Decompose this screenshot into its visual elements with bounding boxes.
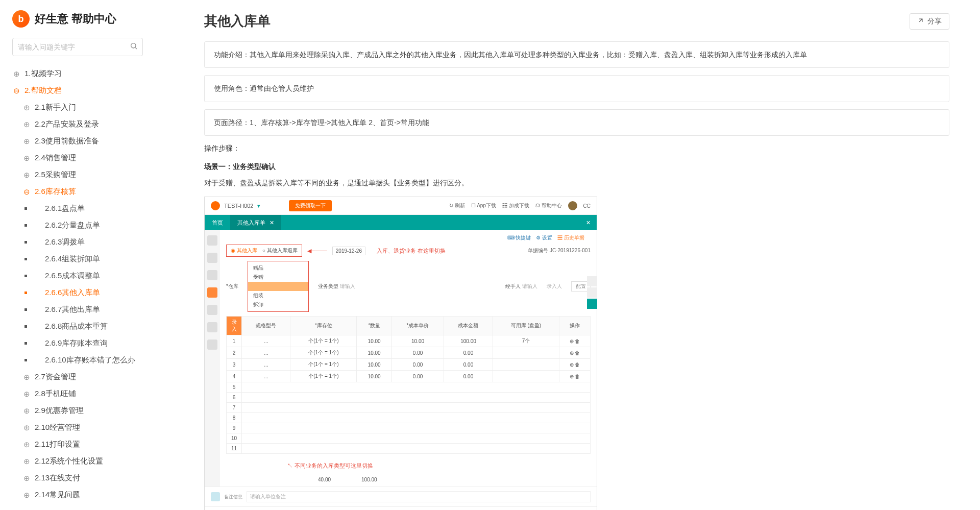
ss-doctype-box: ◉ 其他入库 ○ 其他入库退库: [226, 245, 302, 257]
ss-annotation2: ↖ 不同业务的入库类型可这里切换: [287, 462, 591, 470]
info-function: 功能介绍：其他入库单用来处理除采购入库、产成品入库之外的其他入库业务，因此其他入…: [204, 41, 949, 68]
plus-icon: ⊕: [22, 474, 31, 482]
nav-item-28[interactable]: ⊕2.8手机旺铺: [22, 385, 143, 402]
ss-biztype-dropdown: 赠品 受赠 组装 拆卸: [248, 261, 309, 312]
ss-annotation1: 入库、退货业务 在这里切换: [377, 247, 446, 255]
nav-item-25[interactable]: ⊕2.5采购管理: [22, 166, 143, 183]
nav-leaf-266[interactable]: 2.6.6其他入库单: [33, 284, 143, 301]
share-icon: [917, 17, 924, 26]
embedded-screenshot: TEST-H002 ▾ 免费领取一下 ↻ 刷新 ☐ App下载 ☷ 加成下载 ☊…: [204, 197, 597, 510]
search-wrap: [12, 38, 143, 56]
search-input[interactable]: [12, 38, 143, 56]
ss-refresh: ↻ 刷新: [449, 202, 465, 209]
plus-icon: ⊕: [22, 457, 31, 466]
plus-icon: ⊕: [22, 407, 31, 415]
ss-memo-icon: [211, 492, 220, 501]
nav-item-212[interactable]: ⊕2.12系统个性化设置: [22, 453, 143, 470]
scene1-title: 场景一：业务类型确认: [204, 162, 949, 172]
app-logo: b 好生意 帮助中心: [12, 10, 143, 28]
ss-table: 录入规格型号*库存位*数量*成本单价成本金额可用库 (盘盈)操作 1…个(1个 …: [226, 316, 591, 454]
ss-avatar-icon: [568, 201, 577, 210]
info-role: 使用角色：通常由仓管人员维护: [204, 75, 949, 102]
nav-leaf-269[interactable]: 2.6.9库存账本查询: [33, 335, 143, 352]
ss-date: 2019-12-26: [332, 247, 365, 255]
plus-icon: ⊕: [22, 491, 31, 499]
nav-list: ⊕1.视频学习 ⊖2.帮助文档 ⊕2.1新手入门 ⊕2.2产品安装及登录 ⊕2.…: [12, 65, 143, 503]
plus-icon: ⊕: [22, 154, 31, 162]
page-title: 其他入库单: [204, 12, 271, 30]
plus-icon: ⊕: [22, 171, 31, 179]
ss-logo-icon: [211, 201, 220, 210]
nav-item-210[interactable]: ⊕2.10经营管理: [22, 419, 143, 436]
nav-item-24[interactable]: ⊕2.4销售管理: [22, 150, 143, 166]
ss-ribbon: [587, 276, 597, 310]
nav-item-27[interactable]: ⊕2.7资金管理: [22, 369, 143, 385]
steps-label: 操作步骤：: [204, 144, 949, 153]
nav-item-213[interactable]: ⊕2.13在线支付: [22, 470, 143, 487]
close-icon: ✕: [270, 220, 274, 226]
plus-icon: ⊕: [22, 120, 31, 129]
close-icon: ✕: [580, 220, 597, 226]
nav-item-26[interactable]: ⊖2.6库存核算: [22, 183, 143, 200]
main-content: 其他入库单 分享 功能介绍：其他入库单用来处理除采购入库、产成品入库之外的其他入…: [153, 0, 970, 510]
nav-leaf-268[interactable]: 2.6.8商品成本重算: [33, 318, 143, 335]
minus-icon: ⊖: [12, 87, 20, 95]
nav-item-23[interactable]: ⊕2.3使用前数据准备: [22, 133, 143, 150]
minus-icon: ⊖: [22, 188, 31, 196]
nav-section-docs[interactable]: ⊖2.帮助文档: [12, 82, 143, 99]
logo-badge-icon: b: [12, 10, 30, 28]
nav-leaf-265[interactable]: 2.6.5成本调整单: [33, 268, 143, 284]
ss-link-hist: ☰ 历史单据: [557, 234, 584, 241]
plus-icon: ⊕: [22, 424, 31, 432]
ss-link-kj: ⌨ 快捷键: [507, 234, 531, 241]
ss-link-set: ⚙ 设置: [536, 234, 552, 241]
sidebar: b 好生意 帮助中心 ⊕1.视频学习 ⊖2.帮助文档 ⊕2.1新手入门 ⊕2.2…: [0, 0, 153, 510]
share-button[interactable]: 分享: [910, 13, 949, 30]
ss-doc-no: 单据编号 JC-20191226-001: [528, 247, 591, 254]
nav-leaf-261[interactable]: 2.6.1盘点单: [33, 200, 143, 217]
plus-icon: ⊕: [22, 441, 31, 449]
ss-radio-in: ◉ 其他入库: [231, 247, 257, 254]
svg-point-0: [131, 43, 136, 48]
ss-join-dl: ☷ 加成下载: [502, 202, 529, 209]
plus-icon: ⊕: [22, 137, 31, 145]
nav-item-211[interactable]: ⊕2.11打印设置: [22, 436, 143, 453]
plus-icon: ⊕: [22, 373, 31, 381]
plus-icon: ⊕: [22, 390, 31, 398]
nav-item-21[interactable]: ⊕2.1新手入门: [22, 99, 143, 116]
app-title: 好生意 帮助中心: [35, 11, 116, 27]
ss-help: ☊ 帮助中心: [535, 202, 562, 209]
plus-icon: ⊕: [22, 104, 31, 112]
nav-leaf-263[interactable]: 2.6.3调拨单: [33, 234, 143, 251]
scene1-desc: 对于受赠、盘盈或是拆装入库等不同的业务，是通过单据头【业务类型】进行区分。: [204, 177, 949, 189]
ss-memo-input: 请输入单位备注: [247, 491, 591, 502]
nav-item-22[interactable]: ⊕2.2产品安装及登录: [22, 116, 143, 133]
nav-item-214[interactable]: ⊕2.14常见问题: [22, 487, 143, 503]
plus-icon: ⊕: [12, 70, 20, 78]
nav-item-29[interactable]: ⊕2.9优惠券管理: [22, 402, 143, 419]
nav-leaf-267[interactable]: 2.6.7其他出库单: [33, 301, 143, 318]
ss-username: CC: [583, 203, 591, 209]
nav-leaf-262[interactable]: 2.6.2分量盘点单: [33, 217, 143, 234]
info-path: 页面路径：1、库存核算->库存管理->其他入库单 2、首页->常用功能: [204, 109, 949, 136]
ss-cang-label: *仓库: [226, 283, 238, 290]
nav-section-video[interactable]: ⊕1.视频学习: [12, 65, 143, 82]
ss-test-label: TEST-H002: [224, 203, 253, 209]
nav-leaf-2610[interactable]: 2.6.10库存账本错了怎么办: [33, 352, 143, 369]
ss-free-button: 免费领取一下: [289, 200, 332, 211]
ss-sidenav: [205, 230, 220, 487]
search-icon[interactable]: [130, 42, 138, 52]
nav-leaf-264[interactable]: 2.6.4组装拆卸单: [33, 251, 143, 268]
ss-app-dl: ☐ App下载: [471, 202, 496, 209]
ss-menubar: 首页 其他入库单✕ ✕: [205, 215, 597, 230]
ss-radio-return: ○ 其他入库退库: [262, 247, 298, 254]
